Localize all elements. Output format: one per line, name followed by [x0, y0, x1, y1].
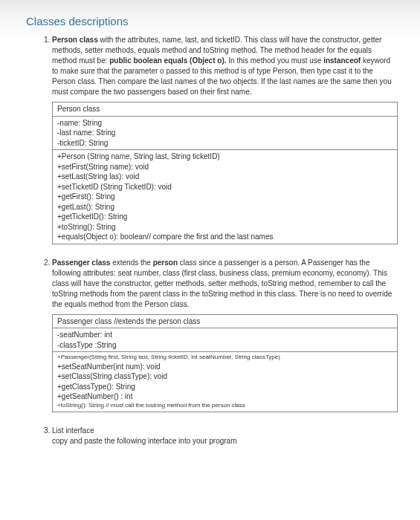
table-line: +setTicketID (String TicketID): void	[57, 182, 392, 192]
page-title: Classes descriptions	[26, 15, 398, 27]
table-line: +getTicketID(): String	[57, 212, 392, 222]
table-line: +setFirst(String name): void	[57, 162, 392, 172]
table-header-cell: Passenger class //extends the person cla…	[53, 314, 398, 328]
table-line: +getFirst(): String	[57, 192, 392, 202]
table-line: -name: String	[57, 118, 392, 129]
table-line: +getSeatNumber() : int	[57, 391, 392, 402]
table-line: +getClassType(): String	[57, 382, 392, 392]
table-line: +getLast(): String	[57, 202, 392, 212]
table-line: +Passenger(String first, String last, St…	[57, 354, 392, 362]
item-description: Passenger class extends the person class…	[52, 258, 398, 310]
table-line: -seatNumber: int	[57, 330, 392, 340]
table-line: +toString(): String	[57, 222, 392, 233]
item-description: List interfacecopy and paste the followi…	[52, 426, 398, 446]
class-table: Person class -name: String-last name: St…	[52, 102, 398, 244]
class-list: Person class with the attributes, name, …	[48, 35, 398, 446]
list-item: Passenger class extends the person class…	[52, 258, 398, 412]
table-line: -ticketID: String	[57, 138, 392, 149]
table-line: +setLast(String las): void	[57, 172, 392, 182]
table-methods-cell: +Passenger(String first, String last, St…	[53, 352, 398, 412]
table-line: -last name: String	[57, 128, 392, 138]
table-line: -classType :String	[57, 340, 392, 351]
list-item: List interfacecopy and paste the followi…	[52, 426, 398, 446]
table-attrs-cell: -name: String-last name: String-ticketID…	[53, 116, 398, 150]
class-table: Passenger class //extends the person cla…	[52, 314, 398, 412]
list-item: Person class with the attributes, name, …	[52, 35, 398, 244]
table-line: +toString(): String // must call the tos…	[57, 402, 392, 410]
table-attrs-cell: -seatNumber: int-classType :String	[53, 328, 398, 352]
table-methods-cell: +Person (String name, String last, Strin…	[53, 150, 398, 244]
table-line: +equals(Object o): boolean// compare the…	[57, 232, 392, 242]
table-header-cell: Person class	[53, 103, 398, 117]
table-line: +setClass(String classType): void	[57, 371, 392, 382]
item-description: Person class with the attributes, name, …	[52, 35, 398, 97]
table-line: +Person (String name, String last, Strin…	[57, 152, 392, 162]
table-line: +setSeatNumber(int num): void	[57, 362, 392, 372]
